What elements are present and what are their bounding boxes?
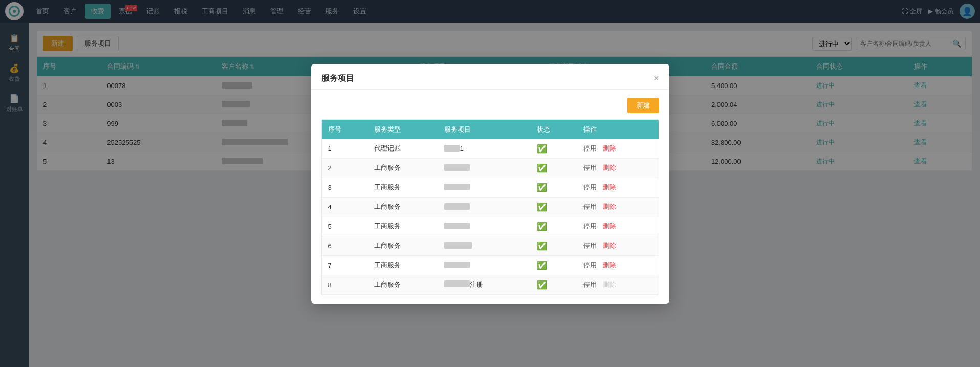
status-check-icon: ✅ (537, 222, 547, 231)
modal-cell-service-type: 工商服务 (368, 236, 439, 255)
modal-col-service-item: 服务项目 (438, 120, 531, 139)
status-check-icon: ✅ (537, 144, 547, 153)
modal-new-button[interactable]: 新建 (627, 98, 659, 113)
delete-button[interactable]: 删除 (603, 144, 616, 152)
service-item-blurred (444, 223, 470, 229)
modal-title: 服务项目 (321, 73, 354, 84)
status-check-icon: ✅ (537, 261, 547, 270)
stop-button[interactable]: 停用 (583, 261, 597, 269)
modal-cell-action: 停用 删除 (577, 255, 659, 275)
modal-cell-seq: 3 (322, 178, 368, 197)
delete-button[interactable]: 删除 (603, 203, 616, 210)
modal-cell-service-type: 工商服务 (368, 197, 439, 217)
modal-cell-action: 停用 删除 (577, 178, 659, 197)
service-item-blurred (444, 164, 470, 171)
list-item: 3 工商服务 ✅ 停用 删除 (322, 178, 659, 197)
modal-col-seq: 序号 (322, 120, 368, 139)
modal-toolbar: 新建 (321, 98, 659, 113)
modal-col-service-type: 服务类型 (368, 120, 439, 139)
modal-cell-service-item: 注册 (438, 275, 531, 294)
modal-cell-seq: 4 (322, 197, 368, 217)
modal-cell-service-item (438, 178, 531, 197)
modal-cell-seq: 7 (322, 255, 368, 275)
delete-button[interactable]: 删除 (603, 164, 616, 171)
modal-cell-service-item (438, 255, 531, 275)
modal-header: 服务项目 × (311, 64, 669, 90)
modal-cell-seq: 8 (322, 275, 368, 294)
status-check-icon: ✅ (537, 164, 547, 172)
modal-cell-service-type: 工商服务 (368, 255, 439, 275)
modal-close-button[interactable]: × (654, 74, 659, 83)
service-item-blurred (444, 184, 470, 190)
delete-button[interactable]: 删除 (603, 183, 616, 191)
modal-cell-service-type: 代理记账 (368, 139, 439, 159)
modal-cell-action: 停用 删除 (577, 197, 659, 217)
modal-cell-service-type: 工商服务 (368, 178, 439, 197)
status-check-icon: ✅ (537, 183, 547, 192)
list-item: 2 工商服务 ✅ 停用 删除 (322, 158, 659, 178)
delete-button[interactable]: 删除 (603, 261, 616, 269)
stop-button[interactable]: 停用 (583, 242, 597, 249)
modal-cell-service-type: 工商服务 (368, 217, 439, 236)
stop-button[interactable]: 停用 (583, 280, 597, 288)
status-check-icon: ✅ (537, 242, 547, 250)
status-check-icon: ✅ (537, 203, 547, 211)
list-item: 5 工商服务 ✅ 停用 删除 (322, 217, 659, 236)
list-item: 8 工商服务 注册 ✅ 停用 删除 (322, 275, 659, 294)
modal-cell-service-item (438, 236, 531, 255)
modal-cell-seq: 5 (322, 217, 368, 236)
modal-cell-status: ✅ (531, 178, 577, 197)
modal-cell-status: ✅ (531, 158, 577, 178)
modal-cell-seq: 6 (322, 236, 368, 255)
modal-cell-action: 停用 删除 (577, 236, 659, 255)
delete-button[interactable]: 删除 (603, 222, 616, 230)
modal-cell-action: 停用 删除 (577, 158, 659, 178)
service-item-blurred (444, 242, 472, 249)
modal-cell-seq: 2 (322, 158, 368, 178)
list-item: 7 工商服务 ✅ 停用 删除 (322, 255, 659, 275)
stop-button[interactable]: 停用 (583, 203, 597, 210)
modal-col-status: 状态 (531, 120, 577, 139)
delete-button[interactable]: 删除 (603, 280, 616, 288)
modal-table: 序号 服务类型 服务项目 状态 操作 1 代理记账 1 ✅ 停用 删除 2 (322, 120, 659, 295)
modal-overlay[interactable]: 服务项目 × 新建 序号 服务类型 服务项目 状态 操作 (0, 0, 980, 367)
modal-cell-service-item: 1 (438, 139, 531, 159)
modal-cell-service-type: 工商服务 (368, 275, 439, 294)
modal-table-wrap[interactable]: 序号 服务类型 服务项目 状态 操作 1 代理记账 1 ✅ 停用 删除 2 (321, 119, 659, 295)
modal-col-action: 操作 (577, 120, 659, 139)
status-check-icon: ✅ (537, 280, 547, 289)
modal-cell-status: ✅ (531, 275, 577, 294)
modal-cell-service-type: 工商服务 (368, 158, 439, 178)
stop-button[interactable]: 停用 (583, 222, 597, 230)
delete-button[interactable]: 删除 (603, 242, 616, 249)
modal-cell-status: ✅ (531, 197, 577, 217)
modal-cell-status: ✅ (531, 255, 577, 275)
list-item: 6 工商服务 ✅ 停用 删除 (322, 236, 659, 255)
modal-cell-service-item (438, 197, 531, 217)
modal-cell-status: ✅ (531, 139, 577, 159)
stop-button[interactable]: 停用 (583, 144, 597, 152)
modal-cell-seq: 1 (322, 139, 368, 159)
list-item: 1 代理记账 1 ✅ 停用 删除 (322, 139, 659, 159)
service-item-blurred (444, 262, 470, 268)
list-item: 4 工商服务 ✅ 停用 删除 (322, 197, 659, 217)
service-modal: 服务项目 × 新建 序号 服务类型 服务项目 状态 操作 (311, 64, 669, 304)
modal-cell-action: 停用 删除 (577, 217, 659, 236)
stop-button[interactable]: 停用 (583, 183, 597, 191)
modal-cell-service-item (438, 158, 531, 178)
modal-body: 新建 序号 服务类型 服务项目 状态 操作 1 代理记账 (311, 90, 669, 304)
modal-cell-service-item (438, 217, 531, 236)
modal-cell-action: 停用 删除 (577, 139, 659, 159)
service-item-blurred (444, 280, 470, 287)
modal-table-body: 1 代理记账 1 ✅ 停用 删除 2 工商服务 ✅ 停用 删除 3 工商服务 ✅… (322, 139, 659, 295)
modal-cell-status: ✅ (531, 236, 577, 255)
service-item-blurred (444, 203, 470, 210)
modal-header-row: 序号 服务类型 服务项目 状态 操作 (322, 120, 659, 139)
service-item-blurred (444, 145, 460, 152)
modal-cell-status: ✅ (531, 217, 577, 236)
modal-cell-action: 停用 删除 (577, 275, 659, 294)
stop-button[interactable]: 停用 (583, 164, 597, 171)
